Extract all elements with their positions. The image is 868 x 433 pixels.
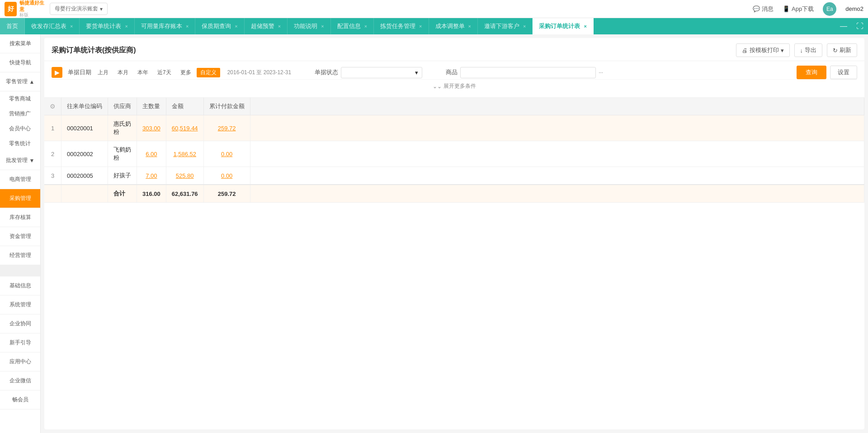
tab-collect-pay[interactable]: 收发存汇总表 × [25, 18, 80, 34]
date-btn-7days[interactable]: 近7天 [154, 68, 175, 77]
close-icon[interactable]: × [278, 24, 281, 29]
sidebar-item-enterprise-wechat[interactable]: 企业微信 [0, 371, 40, 390]
chevron-icon: ▼ [29, 157, 35, 164]
logo-icon: 好 [5, 2, 17, 16]
sidebar-item-divider [0, 265, 40, 276]
paid-link[interactable]: 0.00 [221, 151, 232, 157]
sidebar-item-retail-store[interactable]: 零售商城 [0, 91, 40, 106]
sidebar-item-search[interactable]: 搜索菜单 [0, 34, 40, 53]
paid-link[interactable]: 0.00 [221, 172, 232, 179]
row-index: 2 [44, 141, 61, 167]
sidebar-item-quick-nav[interactable]: 快捷导航 [0, 53, 40, 72]
close-icon[interactable]: × [419, 24, 422, 29]
store-name: 母婴行业演示账套 [55, 5, 98, 13]
search-button[interactable]: 查询 [797, 66, 826, 79]
col-settings[interactable]: ⚙ [44, 98, 61, 115]
sidebar-item-retail-stats[interactable]: 零售统计 [0, 136, 40, 151]
date-btn-more[interactable]: 更多 [177, 68, 195, 77]
minimize-icon[interactable]: — [835, 18, 852, 34]
sidebar-item-marketing[interactable]: 营销推广 [0, 106, 40, 121]
chevron-down-icon: ▾ [781, 47, 784, 54]
main-qty-cell: 7.00 [137, 167, 166, 185]
tab-purchase-stats[interactable]: 采购订单统计表 × [533, 18, 593, 34]
settings-icon[interactable]: ⚙ [50, 103, 56, 110]
sidebar-item-ops-mgmt[interactable]: 经营管理 [0, 246, 40, 265]
filter-more-icon[interactable]: ··· [599, 69, 603, 76]
tab-available-inventory[interactable]: 可用量库存账本 × [135, 18, 195, 34]
message-icon: 💬 [753, 5, 760, 12]
amount-link[interactable]: 60,519.44 [172, 125, 198, 132]
filter-toggle-button[interactable]: ▶ [52, 67, 62, 78]
template-print-button[interactable]: 🖨 按模板打印 ▾ [736, 43, 790, 57]
sidebar-item-retail-mgmt[interactable]: 零售管理 ▲ [0, 72, 40, 91]
date-quick-buttons: 上月 本月 本年 近7天 更多 自定义 [94, 68, 220, 77]
sidebar-item-capital-mgmt[interactable]: 资金管理 [0, 227, 40, 246]
amount-link[interactable]: 525.80 [176, 172, 194, 179]
close-icon[interactable]: × [523, 24, 526, 29]
chevron-icon: ▲ [29, 79, 35, 85]
date-btn-last-month[interactable]: 上月 [94, 68, 112, 77]
main-qty-cell: 6.00 [137, 141, 166, 167]
tab-goods-stats[interactable]: 要货单统计表 × [80, 18, 134, 34]
tab-overstock-warning[interactable]: 超储预警 × [245, 18, 288, 34]
table-footer: 合计 316.00 62,631.76 259.72 [44, 185, 864, 203]
tab-cost-adjust[interactable]: 成本调整单 × [429, 18, 478, 34]
export-button[interactable]: ↓ 导出 [794, 43, 823, 57]
footer-paid-amount: 259.72 [203, 185, 250, 203]
close-icon[interactable]: × [125, 24, 127, 29]
date-btn-this-month[interactable]: 本月 [114, 68, 132, 77]
close-icon[interactable]: × [235, 24, 237, 29]
sidebar-item-member-plus[interactable]: 畅会员 [0, 390, 40, 409]
sidebar-item-ecommerce-mgmt[interactable]: 电商管理 [0, 170, 40, 189]
app-download-button[interactable]: 📱 App下载 [783, 5, 814, 13]
export-icon: ↓ [800, 47, 803, 54]
status-select[interactable]: ▾ [341, 67, 422, 78]
tab-home[interactable]: 首页 [0, 18, 25, 34]
goods-label: 商品 [446, 68, 458, 76]
sidebar-item-purchase-mgmt[interactable]: 采购管理 [0, 189, 40, 208]
close-icon[interactable]: × [186, 24, 189, 29]
sidebar-item-sys-mgmt[interactable]: 系统管理 [0, 295, 40, 314]
close-icon[interactable]: × [364, 24, 367, 29]
tab-function-desc[interactable]: 功能说明 × [288, 18, 330, 34]
qty-link[interactable]: 6.00 [146, 151, 157, 157]
close-icon[interactable]: × [468, 24, 471, 29]
store-selector[interactable]: 母婴行业演示账套 ▾ [50, 3, 108, 15]
settings-button[interactable]: 设置 [830, 66, 857, 79]
close-icon[interactable]: × [321, 24, 324, 29]
avatar[interactable]: Ea [823, 2, 836, 16]
date-custom-badge[interactable]: 自定义 [197, 68, 220, 77]
tab-invite-downstream[interactable]: 邀请下游客户 × [478, 18, 533, 34]
amount-cell: 525.80 [166, 167, 203, 185]
filter-action-buttons: 查询 设置 [797, 66, 857, 79]
tab-pick-task[interactable]: 拣货任务管理 × [374, 18, 429, 34]
paid-amount-cell: 0.00 [203, 141, 250, 167]
sidebar-item-wholesale-mgmt[interactable]: 批发管理 ▼ [0, 151, 40, 170]
qty-link[interactable]: 7.00 [146, 172, 157, 179]
qty-link[interactable]: 303.00 [142, 125, 160, 132]
message-button[interactable]: 💬 消息 [753, 5, 774, 13]
goods-input[interactable] [460, 67, 596, 78]
sidebar-item-app-center[interactable]: 应用中心 [0, 352, 40, 371]
row-index: 1 [44, 115, 61, 141]
close-icon[interactable]: × [70, 24, 73, 29]
close-icon[interactable]: × [584, 24, 586, 29]
row-index: 3 [44, 167, 61, 185]
amount-link[interactable]: 1,586.52 [173, 151, 196, 157]
paid-amount-cell: 259.72 [203, 115, 250, 141]
print-icon: 🖨 [742, 47, 748, 54]
paid-link[interactable]: 259.72 [218, 125, 236, 132]
refresh-button[interactable]: ↻ 刷新 [827, 43, 857, 57]
page-content: 采购订单统计表(按供应商) 🖨 按模板打印 ▾ ↓ 导出 ↻ 刷新 [44, 38, 864, 429]
sidebar-item-basic-info[interactable]: 基础信息 [0, 276, 40, 295]
sidebar-item-enterprise-collab[interactable]: 企业协同 [0, 314, 40, 333]
maximize-icon[interactable]: ⛶ [852, 18, 868, 34]
tab-warranty-query[interactable]: 保质期查询 × [195, 18, 244, 34]
chevron-down-icon: ▾ [100, 6, 103, 12]
date-btn-this-year[interactable]: 本年 [134, 68, 152, 77]
sidebar-item-newbie-guide[interactable]: 新手引导 [0, 333, 40, 352]
sidebar-item-member-center[interactable]: 会员中心 [0, 121, 40, 136]
sidebar-item-inventory-check[interactable]: 库存核算 [0, 208, 40, 227]
expand-more-button[interactable]: ⌄⌄ 展开更多条件 [52, 79, 857, 93]
tab-config-info[interactable]: 配置信息 × [331, 18, 374, 34]
